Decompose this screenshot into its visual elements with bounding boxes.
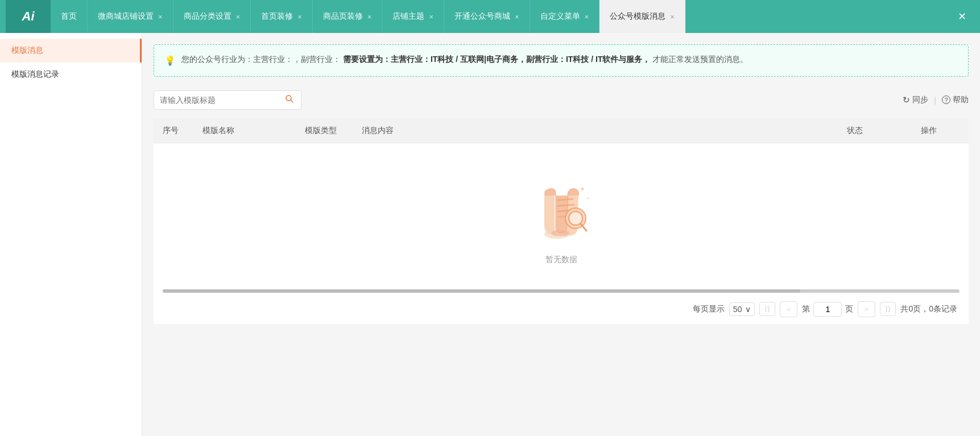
svg-text:✦: ✦ (586, 196, 590, 201)
sidebar-item-template-msg-label: 模版消息 (11, 45, 43, 55)
col-header-type: 模版类型 (296, 119, 353, 143)
nav-tab-weshop-setting[interactable]: 微商城店铺设置 × (88, 0, 173, 33)
notice-prefix: 您的公众号行业为：主营行业：，副营行业： (181, 55, 341, 64)
scrollbar-thumb (163, 289, 800, 293)
sync-icon: ↻ (903, 95, 910, 105)
sidebar-item-template-msg-record[interactable]: 模版消息记录 (0, 63, 142, 86)
last-page-button[interactable]: ⟩⟩ (880, 302, 896, 316)
table-header-row: 序号 模版名称 模版类型 消息内容 状态 操作 (154, 119, 969, 143)
empty-state: ✦ ✦ 暂无数据 (154, 143, 969, 288)
notice-icon: 💡 (164, 53, 176, 68)
prev-page-button[interactable]: ＜ (780, 301, 797, 317)
per-page-value: 50 (733, 305, 742, 314)
search-input-wrap (154, 90, 301, 110)
help-button[interactable]: ? 帮助 (942, 95, 969, 105)
per-page-label: 每页显示 (693, 304, 725, 314)
empty-state-icon: ✦ ✦ (527, 177, 596, 246)
chevron-down-icon: ∨ (745, 305, 751, 314)
nav-tab-template-message[interactable]: 公众号模版消息 × (599, 0, 685, 33)
next-page-button[interactable]: ＞ (858, 301, 875, 317)
nav-tab-store-theme[interactable]: 店铺主题 × (382, 0, 444, 33)
nav-tab-home[interactable]: 首页 (51, 0, 88, 33)
pagination: 每页显示 50 ∨ ⟨⟨ ＜ 第 页 ＞ ⟩⟩ 共0页，0条记录 (154, 294, 969, 324)
notice-suffix: 才能正常发送预置的消息。 (652, 55, 748, 64)
svg-text:✦: ✦ (580, 185, 585, 193)
nav-tab-home-label: 首页 (61, 11, 77, 22)
sidebar-item-template-msg[interactable]: 模版消息 (0, 39, 142, 63)
sync-label: 同步 (912, 95, 928, 105)
col-header-name: 模版名称 (193, 119, 296, 143)
search-button[interactable] (284, 94, 295, 106)
nav-tab-product-page-decor-label: 商品页装修 (323, 11, 363, 22)
nav-tab-weshop-close[interactable]: × (158, 13, 163, 20)
top-nav: Ai 首页 微商城店铺设置 × 商品分类设置 × 首页装修 × 商品页装修 × … (0, 0, 980, 33)
page-label-text: 第 (802, 304, 810, 314)
col-header-content: 消息内容 (353, 119, 838, 143)
table-body: ✦ ✦ 暂无数据 (154, 143, 969, 288)
svg-point-12 (551, 230, 569, 236)
nav-tab-template-message-label: 公众号模版消息 (610, 11, 665, 22)
scrollbar-area (154, 288, 969, 294)
app-logo: Ai (6, 0, 51, 33)
search-icon (285, 94, 294, 103)
search-bar: ↻ 同步 | ? 帮助 (154, 90, 969, 110)
nav-tab-product-page-decor-close[interactable]: × (367, 13, 372, 20)
nav-tab-product-category-close[interactable]: × (236, 13, 241, 20)
sidebar: 模版消息 模版消息记录 (0, 33, 142, 436)
main-layout: 模版消息 模版消息记录 💡 您的公众号行业为：主营行业：，副营行业： 需要设置为… (0, 33, 980, 436)
table-header: 序号 模版名称 模版类型 消息内容 状态 操作 (154, 119, 969, 143)
empty-text: 暂无数据 (545, 255, 577, 265)
nav-tab-open-wechat-mall[interactable]: 开通公众号商城 × (444, 0, 530, 33)
toolbar-divider: | (934, 95, 936, 105)
nav-tab-weshop-label: 微商城店铺设置 (98, 11, 154, 22)
toolbar-right: ↻ 同步 | ? 帮助 (903, 95, 969, 105)
help-icon: ? (942, 95, 950, 104)
data-table: 序号 模版名称 模版类型 消息内容 状态 操作 (154, 119, 969, 288)
col-header-status: 状态 (838, 119, 912, 143)
nav-tab-home-decor-close[interactable]: × (297, 13, 302, 20)
search-input[interactable] (160, 95, 284, 105)
close-all-button[interactable]: ✕ (950, 0, 974, 33)
page-input-wrap: 第 页 (802, 302, 853, 317)
nav-tab-home-decor-label: 首页装修 (261, 11, 293, 22)
page-unit: 页 (845, 304, 853, 314)
nav-tab-open-wechat-mall-close[interactable]: × (515, 13, 519, 20)
nav-tab-open-wechat-mall-label: 开通公众号商城 (454, 11, 510, 22)
sidebar-item-template-msg-record-label: 模版消息记录 (11, 69, 59, 78)
per-page-select-wrap[interactable]: 50 ∨ (729, 302, 755, 316)
scrollbar-track (163, 289, 960, 293)
col-header-action: 操作 (912, 119, 969, 143)
page-total: 共0页，0条记录 (900, 304, 957, 314)
help-label: 帮助 (953, 95, 969, 105)
table-wrapper: 序号 模版名称 模版类型 消息内容 状态 操作 (154, 119, 969, 324)
nav-tab-product-page-decor[interactable]: 商品页装修 × (313, 0, 383, 33)
svg-point-8 (569, 211, 582, 225)
nav-tab-custom-menu-label: 自定义菜单 (540, 11, 580, 22)
nav-tab-store-theme-close[interactable]: × (429, 13, 433, 20)
svg-line-1 (291, 100, 293, 102)
sync-button[interactable]: ↻ 同步 (903, 95, 928, 105)
nav-tab-store-theme-label: 店铺主题 (392, 11, 424, 22)
notice-text: 您的公众号行业为：主营行业：，副营行业： 需要设置为：主营行业：IT科技 / 互… (181, 53, 958, 65)
content-area: 💡 您的公众号行业为：主营行业：，副营行业： 需要设置为：主营行业：IT科技 /… (142, 33, 980, 436)
nav-tabs: 首页 微商城店铺设置 × 商品分类设置 × 首页装修 × 商品页装修 × 店铺主… (51, 0, 950, 33)
first-page-button[interactable]: ⟨⟨ (759, 302, 775, 316)
nav-tab-custom-menu-close[interactable]: × (585, 13, 589, 20)
page-input[interactable] (813, 302, 842, 317)
nav-tab-product-category-label: 商品分类设置 (184, 11, 231, 22)
nav-tab-custom-menu[interactable]: 自定义菜单 × (530, 0, 600, 33)
nav-tab-product-category[interactable]: 商品分类设置 × (173, 0, 251, 33)
table-empty-row: ✦ ✦ 暂无数据 (154, 143, 969, 288)
notice-highlight: 需要设置为：主营行业：IT科技 / 互联网|电子商务，副营行业：IT科技 / I… (343, 55, 651, 64)
col-header-seq: 序号 (154, 119, 193, 143)
notice-box: 💡 您的公众号行业为：主营行业：，副营行业： 需要设置为：主营行业：IT科技 /… (154, 44, 969, 77)
nav-tab-template-message-close[interactable]: × (670, 13, 675, 20)
nav-tab-home-decor[interactable]: 首页装修 × (251, 0, 313, 33)
